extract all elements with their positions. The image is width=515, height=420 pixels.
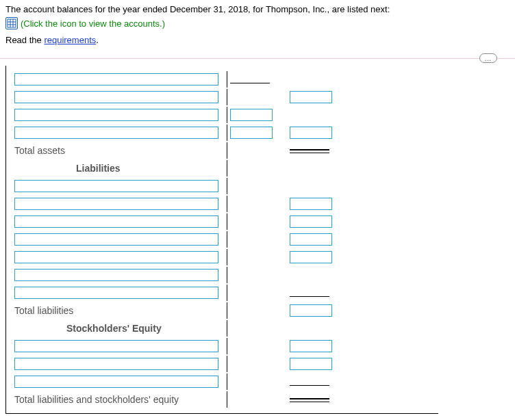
read-requirements-line: Read the requirements. (5, 35, 510, 45)
asset-account-input-1[interactable] (14, 73, 218, 86)
liability-amount-input-4[interactable] (290, 233, 332, 246)
liability-account-input-1[interactable] (14, 180, 218, 192)
balance-sheet: Total assets Liabilities (5, 66, 438, 414)
asset-account-input-3[interactable] (14, 109, 218, 121)
total-liab-se-underline (290, 398, 329, 405)
total-liabilities-label: Total liabilities (14, 305, 73, 316)
liability-account-input-3[interactable] (14, 215, 218, 228)
asset-mid-input-3[interactable] (230, 109, 273, 121)
svg-rect-0 (8, 19, 16, 27)
total-assets-underline (290, 149, 329, 156)
total-liabilities-amount-input[interactable] (290, 304, 332, 317)
asset-amount-input-2[interactable] (290, 91, 332, 103)
liability-subtotal-underline (290, 296, 329, 297)
equity-amount-input-2[interactable] (290, 358, 332, 370)
liability-account-input-5[interactable] (14, 251, 218, 263)
liability-amount-input-3[interactable] (290, 215, 332, 228)
total-liab-se-label: Total liabilities and stockholders' equi… (14, 394, 179, 405)
liability-account-input-2[interactable] (14, 198, 218, 210)
intro-text: The account balances for the year ended … (5, 4, 510, 14)
equity-account-input-3[interactable] (14, 376, 218, 388)
liability-account-input-7[interactable] (14, 287, 218, 299)
more-button[interactable]: … (479, 53, 497, 63)
liability-amount-input-5[interactable] (290, 251, 332, 263)
stockholders-equity-heading: Stockholders' Equity (14, 323, 162, 334)
asset-mid-input-4[interactable] (230, 127, 273, 139)
total-assets-label: Total assets (14, 145, 65, 156)
equity-subtotal-underline (290, 385, 329, 386)
read-the-text: Read the (5, 35, 44, 45)
asset-amount-input-4[interactable] (290, 127, 332, 139)
requirements-link[interactable]: requirements (44, 35, 96, 45)
equity-account-input-2[interactable] (14, 358, 218, 370)
equity-amount-input-1[interactable] (290, 340, 332, 352)
liabilities-heading: Liabilities (14, 163, 121, 174)
liability-account-input-6[interactable] (14, 269, 218, 281)
liability-amount-input-2[interactable] (290, 198, 332, 210)
asset-subtotal-underline-1 (230, 83, 270, 83)
divider (0, 58, 515, 59)
view-accounts-link[interactable]: (Click the icon to view the accounts.) (21, 18, 165, 29)
period-text: . (96, 35, 99, 45)
asset-account-input-4[interactable] (14, 127, 218, 139)
liability-account-input-4[interactable] (14, 233, 218, 246)
asset-account-input-2[interactable] (14, 91, 218, 103)
equity-account-input-1[interactable] (14, 340, 218, 352)
table-icon[interactable] (5, 17, 18, 29)
